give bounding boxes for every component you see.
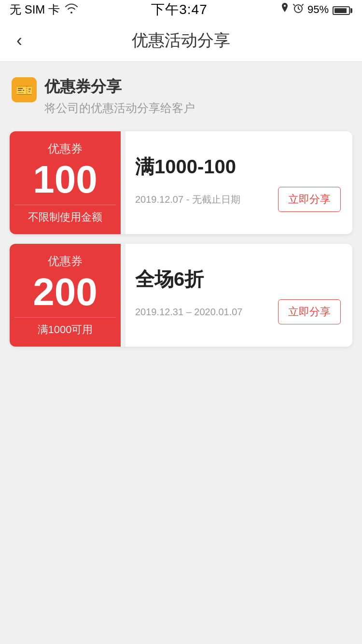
coupon-condition-2: 满1000可用 <box>14 317 116 337</box>
nav-bar: ‹ 优惠活动分享 <box>0 19 362 62</box>
back-button[interactable]: ‹ <box>12 26 27 56</box>
share-button-1[interactable]: 立即分享 <box>278 187 341 212</box>
section-title: 优惠券分享 <box>44 76 195 98</box>
battery-icon <box>333 3 352 16</box>
coupon-left-1: 优惠券 100 不限制使用金额 <box>10 131 121 234</box>
coupon-name-1: 满1000-100 <box>135 154 341 180</box>
status-bar: 无 SIM 卡 下午3:47 95% <box>0 0 362 19</box>
status-left: 无 SIM 卡 <box>10 2 78 17</box>
status-right: 95% <box>280 3 352 16</box>
wifi-icon <box>65 3 78 16</box>
coupon-name-2: 全场6折 <box>135 266 341 293</box>
coupon-right-1: 满1000-100 2019.12.07 - 无截止日期 立即分享 <box>121 131 352 234</box>
section-header: 🎫 优惠券分享 将公司的优惠活动分享给客户 <box>0 62 362 124</box>
coupon-card-2: 优惠券 200 满1000可用 全场6折 2019.12.31 – 2020.0… <box>10 244 352 347</box>
battery-percent: 95% <box>307 3 329 16</box>
coupon-label-2: 优惠券 <box>48 253 83 269</box>
coupon-list: 优惠券 100 不限制使用金额 满1000-100 2019.12.07 - 无… <box>0 124 362 354</box>
coupon-bottom-1: 2019.12.07 - 无截止日期 立即分享 <box>135 187 341 212</box>
coupon-card-1: 优惠券 100 不限制使用金额 满1000-100 2019.12.07 - 无… <box>10 131 352 234</box>
coupon-date-1: 2019.12.07 - 无截止日期 <box>135 193 273 206</box>
share-button-2[interactable]: 立即分享 <box>278 299 341 324</box>
coupon-label-1: 优惠券 <box>48 141 83 156</box>
coupon-left-2: 优惠券 200 满1000可用 <box>10 244 121 347</box>
section-text: 优惠券分享 将公司的优惠活动分享给客户 <box>44 76 195 116</box>
carrier-text: 无 SIM 卡 <box>10 2 60 17</box>
alarm-icon <box>293 3 304 16</box>
empty-space <box>0 354 362 644</box>
coupon-amount-2: 200 <box>33 273 97 311</box>
coupon-bottom-2: 2019.12.31 – 2020.01.07 立即分享 <box>135 299 341 324</box>
location-icon <box>280 3 289 16</box>
coupon-amount-1: 100 <box>33 160 97 199</box>
section-icon: 🎫 <box>12 77 37 102</box>
section-subtitle: 将公司的优惠活动分享给客户 <box>44 100 195 116</box>
coupon-condition-1: 不限制使用金额 <box>14 205 116 224</box>
coupon-date-2: 2019.12.31 – 2020.01.07 <box>135 307 273 318</box>
coupon-right-2: 全场6折 2019.12.31 – 2020.01.07 立即分享 <box>121 244 352 347</box>
status-time: 下午3:47 <box>151 0 208 19</box>
nav-title: 优惠活动分享 <box>132 29 230 52</box>
